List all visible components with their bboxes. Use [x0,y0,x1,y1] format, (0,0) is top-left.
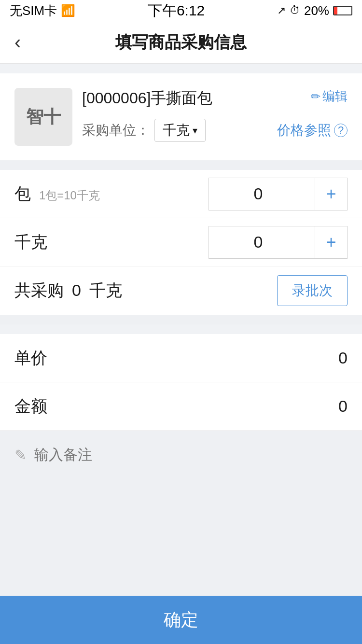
info-icon: ? [334,124,348,137]
amount-value: 0 [338,397,348,416]
unit-value: 千克 [163,121,190,140]
package-input-control: + [209,178,348,210]
price-ref-button[interactable]: 价格参照 ? [277,121,348,140]
kg-input[interactable] [209,226,315,259]
edit-icon: ✏ [311,90,320,103]
pencil-icon: ✎ [14,447,27,463]
package-input[interactable] [209,178,315,210]
product-image: 智十 [14,88,72,146]
product-name: [0000006]手撕面包 [82,88,212,109]
status-right: ↗ ⏱ 20% [277,3,352,18]
carrier-text: 无SIM卡 [10,2,57,19]
product-unit-row: 采购单位： 千克 ▾ 价格参照 ? [82,119,348,142]
edit-label: 编辑 [322,88,348,105]
kg-row: 千克 + [0,218,362,266]
summary-unit: 千克 [89,281,122,299]
note-input[interactable] [34,447,348,463]
summary-row: 共采购 0 千克 录批次 [0,266,362,315]
package-sub: 1包=10千克 [39,189,100,202]
back-button[interactable]: ‹ [14,31,21,53]
amount-row: 金额 0 [0,382,362,431]
battery-percent: 20% [304,3,329,18]
amount-label: 金额 [14,395,47,418]
status-time: 下午6:12 [148,1,205,21]
unit-label-text: 采购单位： [82,121,150,140]
section-divider-2 [0,315,362,324]
wifi-icon: 📶 [61,4,75,17]
batch-button[interactable]: 录批次 [277,275,348,306]
unit-price-row: 单价 0 [0,334,362,382]
kg-plus-button[interactable]: + [315,226,348,259]
nav-bar: ‹ 填写商品采购信息 [0,21,362,64]
confirm-button[interactable]: 确定 [0,596,362,644]
summary-amount: 0 [72,281,81,299]
chevron-down-icon: ▾ [193,125,197,136]
price-section: 单价 0 金额 0 [0,334,362,431]
price-ref-label: 价格参照 [277,121,331,140]
edit-button[interactable]: ✏ 编辑 [311,88,348,105]
product-logo: 智十 [26,105,61,129]
package-row: 包 1包=10千克 + [0,170,362,218]
page-title: 填写商品采购信息 [115,31,247,54]
note-section: ✎ [0,431,362,479]
package-label: 包 [14,184,31,203]
unit-price-value: 0 [338,349,348,367]
location-icon: ↗ [277,4,286,17]
alarm-icon: ⏱ [290,4,300,17]
package-plus-button[interactable]: + [315,178,348,210]
package-label-group: 包 1包=10千克 [14,183,100,205]
input-section: 包 1包=10千克 + 千克 + 共采购 0 千克 录批次 [0,170,362,315]
unit-label: 采购单位： 千克 ▾ [82,119,206,142]
status-bar: 无SIM卡 📶 下午6:12 ↗ ⏱ 20% [0,0,362,21]
section-divider-1 [0,160,362,170]
kg-label: 千克 [14,231,47,253]
battery-icon [333,6,352,15]
unit-select[interactable]: 千克 ▾ [154,119,206,142]
unit-price-label: 单价 [14,347,47,369]
product-header: [0000006]手撕面包 ✏ 编辑 [82,88,348,109]
product-card: 智十 [0000006]手撕面包 ✏ 编辑 采购单位： 千克 ▾ 价格参照 ? [0,73,362,160]
kg-input-control: + [209,226,348,259]
product-info: [0000006]手撕面包 ✏ 编辑 采购单位： 千克 ▾ 价格参照 ? [82,88,348,142]
summary-text-group: 共采购 0 千克 [14,280,122,302]
status-left: 无SIM卡 📶 [10,2,75,19]
summary-prefix: 共采购 [14,281,64,299]
